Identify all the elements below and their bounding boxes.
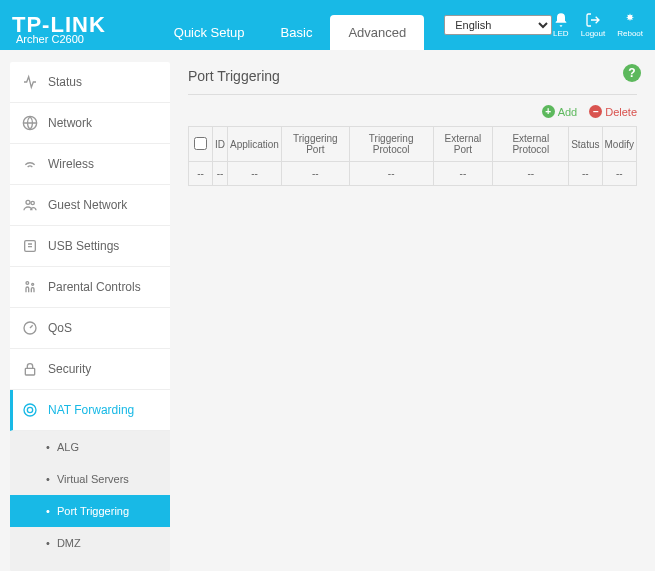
sidebar-item-usb[interactable]: USB Settings — [10, 226, 170, 267]
main-nav: Quick Setup Basic Advanced — [156, 10, 424, 50]
help-button[interactable]: ? — [623, 64, 641, 82]
tab-advanced[interactable]: Advanced — [330, 15, 424, 50]
header-actions: LED Logout Reboot — [553, 12, 643, 38]
globe-icon — [22, 115, 38, 131]
svg-point-2 — [31, 201, 34, 204]
led-button[interactable]: LED — [553, 12, 569, 38]
add-button[interactable]: +Add — [542, 105, 578, 118]
col-external-protocol: External Protocol — [493, 127, 569, 162]
sidebar-item-security[interactable]: Security — [10, 349, 170, 390]
sidebar: Status Network Wireless Guest Network US… — [10, 62, 170, 571]
logout-icon — [585, 12, 601, 28]
wifi-icon — [22, 156, 38, 172]
reboot-icon — [622, 12, 638, 28]
col-triggering-port: Triggering Port — [281, 127, 349, 162]
table-actions: +Add –Delete — [188, 105, 637, 118]
tab-basic[interactable]: Basic — [263, 15, 331, 50]
content: Status Network Wireless Guest Network US… — [0, 50, 655, 571]
subitem-port-triggering[interactable]: Port Triggering — [10, 495, 170, 527]
sidebar-item-network[interactable]: Network — [10, 103, 170, 144]
status-icon — [22, 74, 38, 90]
users-icon — [22, 197, 38, 213]
parental-icon — [22, 279, 38, 295]
col-status: Status — [569, 127, 602, 162]
table-header-row: ID Application Triggering Port Triggerin… — [189, 127, 637, 162]
subitem-upnp[interactable]: UPnP — [10, 559, 170, 571]
minus-icon: – — [589, 105, 602, 118]
svg-point-8 — [24, 404, 36, 416]
port-triggering-table: ID Application Triggering Port Triggerin… — [188, 126, 637, 186]
sidebar-item-nat[interactable]: NAT Forwarding — [10, 390, 170, 431]
sidebar-item-parental[interactable]: Parental Controls — [10, 267, 170, 308]
col-id: ID — [213, 127, 228, 162]
usb-icon — [22, 238, 38, 254]
sidebar-item-status[interactable]: Status — [10, 62, 170, 103]
nat-submenu: ALG Virtual Servers Port Triggering DMZ … — [10, 431, 170, 571]
nat-icon — [22, 402, 38, 418]
subitem-alg[interactable]: ALG — [10, 431, 170, 463]
tab-quick-setup[interactable]: Quick Setup — [156, 15, 263, 50]
col-application: Application — [228, 127, 282, 162]
col-external-port: External Port — [433, 127, 493, 162]
model-label: Archer C2600 — [16, 33, 84, 45]
col-modify: Modify — [602, 127, 637, 162]
sidebar-item-qos[interactable]: QoS — [10, 308, 170, 349]
svg-point-4 — [26, 282, 29, 285]
sidebar-item-wireless[interactable]: Wireless — [10, 144, 170, 185]
delete-button[interactable]: –Delete — [589, 105, 637, 118]
bell-icon — [553, 12, 569, 28]
svg-point-1 — [26, 200, 30, 204]
svg-rect-7 — [25, 368, 34, 375]
subitem-virtual-servers[interactable]: Virtual Servers — [10, 463, 170, 495]
col-triggering-protocol: Triggering Protocol — [349, 127, 433, 162]
lock-icon — [22, 361, 38, 377]
sidebar-item-guest[interactable]: Guest Network — [10, 185, 170, 226]
main-panel: ? Port Triggering +Add –Delete ID Applic… — [170, 50, 655, 571]
gauge-icon — [22, 320, 38, 336]
logout-button[interactable]: Logout — [581, 12, 605, 38]
svg-point-9 — [27, 407, 32, 412]
header: TP-LINK Archer C2600 Quick Setup Basic A… — [0, 0, 655, 50]
subitem-dmz[interactable]: DMZ — [10, 527, 170, 559]
table-empty-row: ------------------ — [189, 162, 637, 186]
svg-point-5 — [32, 283, 34, 285]
page-title: Port Triggering — [188, 68, 637, 95]
plus-icon: + — [542, 105, 555, 118]
reboot-button[interactable]: Reboot — [617, 12, 643, 38]
select-all-checkbox[interactable] — [194, 137, 207, 150]
language-select[interactable]: English — [444, 15, 552, 35]
